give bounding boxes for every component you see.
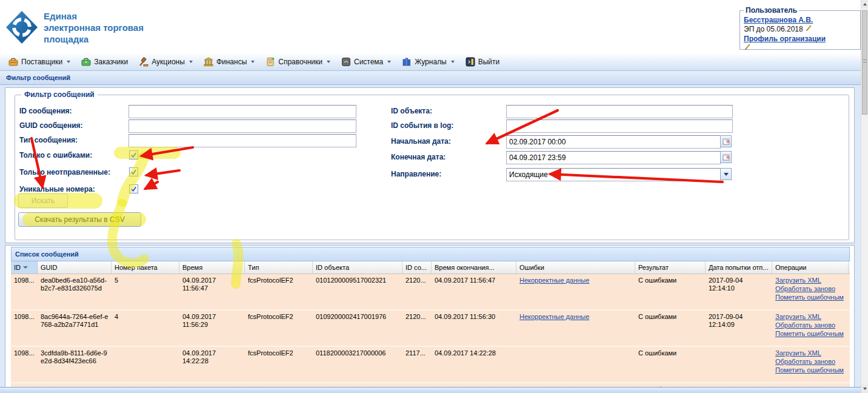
cell-time: 04.09.2017 11:56:29	[179, 311, 245, 346]
col-header-type[interactable]: Тип	[245, 261, 313, 274]
cell-end-time: 04.09.2017 11:56:47	[432, 274, 516, 309]
only-errors-label: Только с ошибками:	[19, 151, 92, 160]
page-title: Фильтр сообщений	[0, 71, 861, 85]
search-button[interactable]: Искать	[18, 193, 68, 208]
menu-item-auctions[interactable]: Аукционы	[135, 57, 200, 67]
errors-link[interactable]: Некорректные данные	[519, 313, 589, 320]
menu-item-logout[interactable]: Выйти	[462, 57, 507, 67]
only-errors-checkbox[interactable]	[129, 150, 138, 160]
load-xml-link[interactable]: Загрузить XML	[775, 277, 846, 284]
logo-text: Единая электронная торговая площадка	[44, 11, 144, 45]
scrollbar-down-arrow[interactable]	[861, 385, 868, 393]
logo-line-1: Единая	[44, 11, 144, 22]
check-icon	[130, 152, 137, 158]
org-profile-link[interactable]: Профиль организации	[744, 35, 826, 43]
eetp-logo-icon	[5, 10, 39, 47]
mark-error-link[interactable]: Пометить ошибочным	[775, 294, 846, 301]
menu-item-customers[interactable]: Заказчики	[78, 57, 135, 67]
message-id-input[interactable]	[129, 105, 356, 118]
suppliers-briefcase-icon	[8, 57, 18, 67]
table-row[interactable]: 1098... 3cdfda9b-8111-6d6e-9e2d-8d34f423…	[11, 347, 850, 383]
scrollbar-up-arrow[interactable]	[861, 0, 868, 8]
mark-error-link[interactable]: Пометить ошибочным	[775, 366, 846, 374]
menu-item-label: Финансы	[216, 58, 247, 66]
mark-error-link[interactable]: Пометить ошибочным	[775, 330, 846, 338]
col-header-time[interactable]: Время	[179, 261, 245, 274]
end-date-input[interactable]	[506, 151, 721, 164]
reprocess-link[interactable]: Обработать заново	[775, 285, 846, 293]
grid-body: 1098... dea0bed6-ea10-a56d-b2c7-e831d326…	[11, 274, 850, 388]
cell-end-time: 04.09.2017 11:56:30	[432, 311, 516, 346]
load-xml-link[interactable]: Загрузить XML	[775, 349, 846, 357]
reprocess-link[interactable]: Обработать заново	[775, 321, 846, 329]
col-header-result[interactable]: Результат	[635, 261, 706, 274]
cell-guid: dea0bed6-ea10-a56d-b2c7-e831d326075d	[38, 274, 112, 309]
unique-numbers-label: Уникальные номера:	[19, 185, 95, 193]
col-header-event-id[interactable]: ID со...	[402, 261, 432, 274]
direction-select[interactable]: Исходящие	[506, 168, 721, 181]
cell-type: fcsProtocolEF2	[245, 311, 313, 346]
cell-attempt-date: 2017-09-04 12:14:09	[706, 311, 772, 346]
cell-object-id: 0109200002417001976	[313, 311, 402, 346]
chevron-down-icon	[251, 61, 255, 63]
menu-item-finance[interactable]: Финансы	[200, 57, 262, 67]
logo-line-3: площадка	[44, 34, 144, 45]
col-header-object-id[interactable]: ID объекта	[313, 261, 402, 274]
col-header-attempt-date[interactable]: Дата попытки отп...	[706, 261, 772, 274]
only-unsent-checkbox[interactable]	[129, 167, 138, 176]
col-header-package[interactable]: Номер пакета	[112, 261, 179, 274]
menu-item-suppliers[interactable]: Поставщики	[5, 57, 78, 67]
app-window: Единая электронная торговая площадка Пол…	[0, 0, 868, 393]
only-unsent-label: Только неотправленные:	[19, 168, 110, 176]
menu-item-label: Справочники	[278, 58, 322, 66]
col-header-end-time[interactable]: Время окончания...	[432, 261, 516, 274]
object-id-input[interactable]	[506, 105, 733, 118]
menu-item-label: Выйти	[478, 58, 500, 66]
message-type-input[interactable]	[129, 134, 356, 147]
start-date-input[interactable]	[506, 135, 721, 149]
menu-item-journals[interactable]: Журналы	[398, 57, 461, 67]
user-name-link[interactable]: Бесстрашнова А.В.	[744, 16, 813, 24]
col-header-errors[interactable]: Ошибки	[516, 261, 635, 274]
message-id-label: ID сообщения:	[19, 107, 72, 115]
col-header-id[interactable]: ID	[11, 261, 38, 274]
customers-briefcase-icon	[81, 57, 91, 67]
col-header-guid[interactable]: GUID	[38, 261, 112, 274]
cell-end-time: 04.09.2017 14:22:28	[432, 347, 516, 382]
message-guid-label: GUID сообщения:	[19, 121, 83, 130]
message-guid-input[interactable]	[129, 119, 356, 133]
menu-item-label: Система	[354, 58, 383, 66]
table-row[interactable]: 1098... dea0bed6-ea10-a56d-b2c7-e831d326…	[11, 274, 850, 311]
menu-item-system[interactable]: Система	[338, 57, 398, 67]
chevron-down-icon	[387, 61, 391, 63]
direction-dropdown-button[interactable]	[720, 168, 732, 180]
cell-type: fcsProtocolEF2	[245, 274, 313, 309]
scrollbar-thumb[interactable]	[862, 10, 867, 115]
menu-item-directories[interactable]: Справочники	[262, 57, 338, 67]
cell-guid: 3cdfda9b-8111-6d6e-9e2d-8d34f423ec66	[38, 347, 112, 382]
cell-result: С ошибками	[635, 311, 706, 346]
load-xml-link[interactable]: Загрузить XML	[775, 313, 846, 321]
check-icon	[130, 186, 137, 192]
col-header-operations[interactable]: Операции	[772, 261, 849, 274]
cell-type: fcsProtocolEF2	[245, 347, 313, 382]
cell-time: 04.09.2017 14:22:28	[179, 347, 245, 382]
cell-event-id: 2120...	[402, 274, 432, 309]
unique-numbers-checkbox[interactable]	[129, 184, 138, 193]
edit-pencil-icon[interactable]	[744, 44, 751, 53]
cell-id: 1098...	[11, 347, 38, 382]
reprocess-link[interactable]: Обработать заново	[775, 358, 846, 366]
end-date-calendar-button[interactable]	[720, 151, 732, 163]
table-row[interactable]: 1098... 8ac9644a-7264-e6ef-e768-a2b2a774…	[11, 311, 850, 347]
message-type-label: Тип сообщения:	[19, 136, 78, 144]
edit-pencil-icon[interactable]	[805, 25, 812, 34]
journals-books-icon	[402, 57, 412, 67]
log-event-id-input[interactable]	[506, 119, 733, 133]
errors-link[interactable]: Некорректные данные	[519, 277, 589, 284]
download-csv-button[interactable]: Скачать результаты в CSV	[18, 212, 141, 227]
cell-event-id: 2117...	[402, 347, 432, 382]
cell-event-id: 2120...	[402, 311, 432, 346]
finance-bank-icon	[204, 57, 213, 67]
cell-id: 1098...	[11, 274, 38, 309]
start-date-calendar-button[interactable]	[720, 135, 732, 147]
